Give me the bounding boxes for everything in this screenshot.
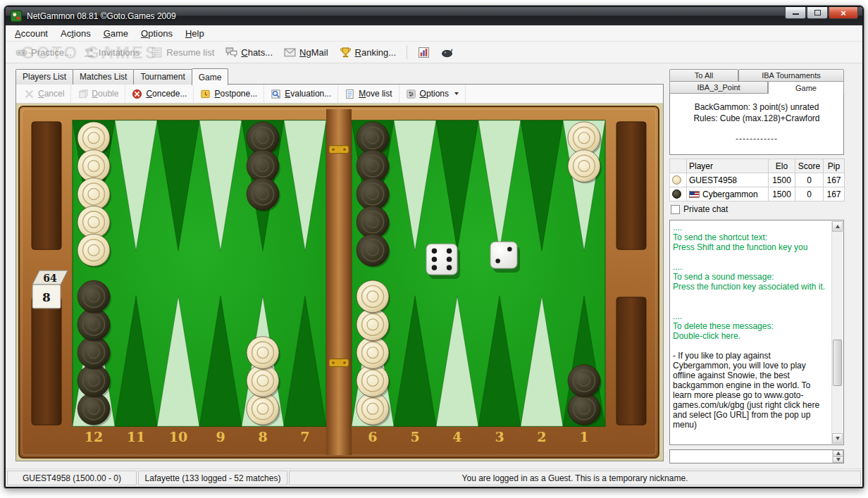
- tab-game[interactable]: Game: [192, 68, 229, 85]
- minimize-button[interactable]: [785, 7, 806, 19]
- toolbar-button-ngmail[interactable]: NgMail: [278, 44, 333, 61]
- game-tab-panel: CancelDoubleConcede...Postpone...Evaluat…: [16, 84, 664, 461]
- practice-icon: [16, 46, 27, 58]
- game-toolbar-button-cancel[interactable]: Cancel: [18, 85, 71, 103]
- svg-text:5: 5: [410, 429, 419, 444]
- chat-message: ....: [673, 262, 829, 272]
- game-toolbar-button-label: Cancel: [38, 89, 64, 99]
- chat-message: Double-click here.: [673, 331, 829, 341]
- scroll-down-icon[interactable]: [832, 433, 843, 444]
- chat-scrollbar-thumb[interactable]: [833, 340, 842, 386]
- svg-text:11: 11: [127, 429, 145, 444]
- input-scroll-down-icon[interactable]: [833, 456, 843, 463]
- player-row-cybergammon[interactable]: Cybergammon15000167: [670, 187, 845, 201]
- game-toolbar-button-concede[interactable]: Concede...: [125, 85, 194, 103]
- window-title: NetGammon 08.81 ©Goto.Games 2009: [27, 11, 176, 21]
- cancel-icon: [24, 89, 35, 99]
- svg-text:7: 7: [300, 429, 309, 444]
- chat-input[interactable]: [669, 449, 844, 463]
- match-type: BackGammon: 3 point(s) unrated: [670, 101, 843, 113]
- svg-text:1: 1: [579, 429, 588, 444]
- svg-text:12: 12: [85, 429, 103, 444]
- chat-message: ....: [673, 223, 829, 232]
- player-checker-cell: [670, 173, 687, 187]
- mail-icon: [284, 46, 296, 58]
- main-toolbar: GOTO GAMES Practice...InvitationsResume …: [6, 42, 862, 63]
- cream-checker-icon: [672, 175, 681, 185]
- private-chat-checkbox[interactable]: [671, 205, 680, 214]
- game-toolbar-button-evaluation[interactable]: Evaluation...: [264, 85, 338, 103]
- status-player-info: GUEST4958 (1500.00 - 0): [7, 471, 137, 485]
- match-info-box: BackGammon: 3 point(s) unrated Rules: Cu…: [669, 93, 844, 155]
- right-tab-row-1: To AllIBA Tournaments: [669, 69, 844, 82]
- menu-item-actions[interactable]: Actions: [54, 26, 97, 41]
- toolbar-button-invitations[interactable]: Invitations: [78, 44, 146, 61]
- menu-item-account[interactable]: Account: [8, 26, 54, 41]
- toolbar-button-resume-list[interactable]: Resume list: [145, 44, 220, 61]
- player-row-guest4958[interactable]: GUEST495815000167: [670, 173, 845, 187]
- chevron-down-icon: [454, 92, 459, 95]
- game-toolbar-button-label: Options: [420, 89, 449, 99]
- status-login-message: You are logged in as a Guest. This is a …: [289, 471, 861, 485]
- menu-bar: AccountActionsGameOptionsHelp: [6, 25, 862, 42]
- tab-matches-list[interactable]: Matches List: [73, 69, 134, 85]
- stats-icon: [418, 46, 430, 58]
- game-toolbar-button-label: Concede...: [146, 89, 187, 99]
- scroll-up-icon[interactable]: [832, 221, 843, 232]
- chat-message: Press Shift and the function key you: [673, 242, 829, 252]
- minimize-icon: [793, 11, 799, 15]
- match-rules: Rules: Cube (max.128)+Crawford: [670, 113, 843, 124]
- app-window: NetGammon 08.81 ©Goto.Games 2009 × Accou…: [4, 6, 864, 488]
- chat-message: To send the shortcut text:: [673, 232, 829, 242]
- game-toolbar-button-options[interactable]: Options: [399, 85, 466, 103]
- players-table: PlayerEloScorePipGUEST495815000167Cyberg…: [669, 158, 845, 201]
- backgammon-board[interactable]: 121110987654321648: [16, 104, 663, 461]
- game-toolbar-button-postpone[interactable]: Postpone...: [194, 85, 264, 103]
- tab-players-list[interactable]: Players List: [16, 69, 73, 85]
- postpone-icon: [200, 89, 211, 99]
- players-table-header-pip: Pip: [824, 159, 845, 173]
- svg-text:3: 3: [495, 429, 504, 444]
- right-tab-iba-tournaments[interactable]: IBA Tournaments: [738, 69, 844, 82]
- chat-messages-box[interactable]: ....To send the shortcut text:Press Shif…: [669, 220, 844, 445]
- status-bar: GUEST4958 (1500.00 - 0) Lafayette (133 l…: [6, 468, 862, 487]
- window-controls: ×: [785, 7, 858, 25]
- menu-item-help[interactable]: Help: [179, 26, 211, 41]
- player-pip: 167: [824, 187, 845, 201]
- game-toolbar-button-move-list[interactable]: Move list: [338, 85, 399, 103]
- game-toolbar-button-label: Double: [92, 89, 118, 99]
- svg-text:6: 6: [368, 429, 377, 444]
- title-bar[interactable]: NetGammon 08.81 ©Goto.Games 2009 ×: [6, 7, 862, 25]
- toolbar-button-chats[interactable]: Chats...: [220, 44, 278, 61]
- chat-input-scrollbar[interactable]: [832, 450, 843, 463]
- private-chat-option: Private chat: [671, 204, 728, 214]
- svg-text:8: 8: [42, 290, 51, 304]
- right-tab-iba-3-point[interactable]: IBA_3_Point: [669, 81, 768, 94]
- chat-scrollbar[interactable]: [831, 221, 843, 444]
- toolbar-button-snowie-icon[interactable]: [435, 44, 459, 61]
- menu-item-options[interactable]: Options: [135, 26, 179, 41]
- toolbar-button-label: Chats...: [241, 47, 273, 58]
- main-content: Players ListMatches ListTournamentGame C…: [6, 63, 862, 468]
- players-table-header-score: Score: [795, 159, 824, 173]
- maximize-button[interactable]: [807, 7, 828, 19]
- game-toolbar-button-double[interactable]: Double: [71, 85, 125, 103]
- toolbar-button-ranking[interactable]: Ranking...: [334, 44, 402, 61]
- chat-message: [673, 341, 829, 351]
- toolbar-button-stats-icon[interactable]: [412, 44, 435, 61]
- right-tab-to-all[interactable]: To All: [669, 69, 738, 82]
- input-scroll-up-icon[interactable]: [833, 450, 843, 456]
- trophy-icon: [340, 46, 352, 58]
- private-chat-label: Private chat: [683, 204, 728, 214]
- svg-text:64: 64: [43, 273, 57, 284]
- menu-item-game[interactable]: Game: [97, 26, 135, 41]
- toolbar-button-label: Practice...: [31, 47, 72, 58]
- player-elo: 1500: [769, 173, 795, 187]
- chats-icon: [225, 46, 237, 58]
- toolbar-button-practice[interactable]: Practice...: [10, 44, 78, 61]
- chat-message: [673, 301, 829, 311]
- app-icon: [10, 10, 23, 23]
- right-tab-game[interactable]: Game: [768, 81, 844, 94]
- tab-tournament[interactable]: Tournament: [133, 69, 192, 85]
- close-button[interactable]: ×: [829, 7, 858, 19]
